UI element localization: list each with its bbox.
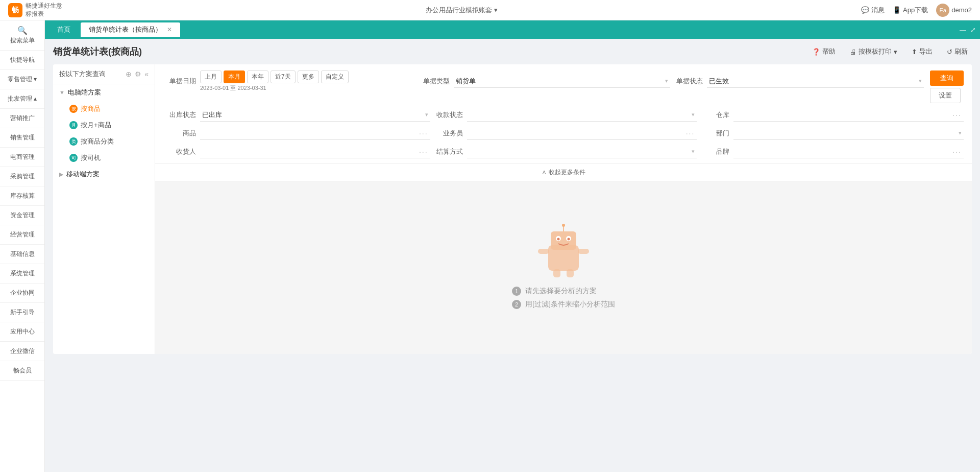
sidebar-item-quicknav[interactable]: 快捷导航 bbox=[0, 51, 44, 70]
product-scheme-icon: 按 bbox=[69, 105, 78, 113]
filter-cell-payment-method: 结算方式 ▾ bbox=[430, 145, 697, 158]
chevron-right-icon: ▶ bbox=[59, 171, 63, 178]
svg-rect-6 bbox=[538, 249, 549, 254]
sidebar-item-purchase[interactable]: 采购管理 bbox=[0, 167, 44, 186]
setting-btn[interactable]: 设置 bbox=[930, 88, 961, 103]
filter-cell-payment-status: 收款状态 ▾ bbox=[430, 108, 697, 122]
payment-method-select[interactable]: ▾ bbox=[467, 145, 697, 158]
date-btn-this-month[interactable]: 本月 bbox=[224, 70, 245, 83]
maximize-icon[interactable]: ⤢ bbox=[970, 26, 976, 34]
sidebar-item-enterprise[interactable]: 企业协同 bbox=[0, 284, 44, 303]
empty-svg bbox=[533, 222, 594, 278]
doc-type-label: 单据类型 bbox=[417, 77, 454, 86]
date-btn-custom[interactable]: 自定义 bbox=[321, 70, 349, 83]
filter-cell-doc-type: 单据类型 销货单 ▾ bbox=[417, 70, 671, 92]
payment-method-chevron: ▾ bbox=[692, 148, 695, 155]
tree-item-by-product[interactable]: 按 按商品 bbox=[53, 101, 155, 117]
tree-item-by-month-product[interactable]: 月 按月+商品 bbox=[53, 117, 155, 133]
warehouse-label: 仓库 bbox=[697, 110, 733, 120]
doc-status-select[interactable]: 已生效 ▾ bbox=[707, 75, 924, 88]
receiver-label: 收货人 bbox=[163, 147, 200, 156]
date-btn-7days[interactable]: 近7天 bbox=[271, 70, 296, 83]
main-section: 按以下方案查询 ⊕ ⚙ « ▼ 电脑端方案 bbox=[53, 64, 972, 354]
minimize-icon[interactable]: — bbox=[960, 26, 966, 34]
date-btn-more[interactable]: 更多 bbox=[298, 70, 319, 83]
sidebar-item-basic[interactable]: 基础信息 bbox=[0, 245, 44, 264]
help-btn[interactable]: ❓ 帮助 bbox=[808, 45, 840, 58]
sidebar-item-wechat[interactable]: 企业微信 bbox=[0, 342, 44, 361]
sidebar-item-newbie[interactable]: 新手引导 bbox=[0, 303, 44, 322]
export-btn[interactable]: ⬆ 导出 bbox=[908, 45, 937, 58]
sidebar-item-retail[interactable]: 零售管理 ▾ bbox=[0, 70, 44, 89]
filter-area: 单据日期 上月 本月 本年 近7天 更多 自定义 bbox=[155, 64, 972, 181]
header-actions: ❓ 帮助 🖨 按模板打印 ▾ ⬆ 导出 ↺ 刷新 bbox=[808, 45, 972, 58]
sidebar-item-marketing[interactable]: 营销推广 bbox=[0, 109, 44, 128]
brand-select[interactable]: ··· bbox=[733, 145, 964, 158]
sidebar-item-ecommerce[interactable]: 电商管理 bbox=[0, 148, 44, 167]
sidebar-item-wholesale[interactable]: 批发管理 ▴ bbox=[0, 89, 44, 109]
date-control: 上月 本月 本年 近7天 更多 自定义 2023-03-01 至 2023-03… bbox=[200, 70, 417, 92]
tree-item-by-sku[interactable]: 司 按司机 bbox=[53, 150, 155, 166]
doc-type-chevron: ▾ bbox=[665, 78, 668, 84]
warehouse-select[interactable]: ··· bbox=[733, 108, 964, 122]
collapse-panel-btn[interactable]: « bbox=[144, 70, 149, 78]
department-select[interactable]: ▾ bbox=[733, 127, 964, 140]
tree-item-desktop[interactable]: ▼ 电脑端方案 bbox=[53, 84, 155, 101]
user-avatar[interactable]: Ea demo2 bbox=[936, 4, 972, 17]
messages-btn[interactable]: 💬 消息 bbox=[861, 6, 885, 15]
right-area: 单据日期 上月 本月 本年 近7天 更多 自定义 bbox=[155, 64, 972, 354]
tab-close-btn[interactable]: ✕ bbox=[167, 26, 172, 33]
sidebar-item-inventory[interactable]: 库存核算 bbox=[0, 186, 44, 206]
date-btn-this-year[interactable]: 本年 bbox=[247, 70, 268, 83]
query-btn[interactable]: 查询 bbox=[930, 70, 964, 86]
sidebar-item-search[interactable]: 🔍 搜索菜单 bbox=[0, 20, 44, 51]
sku-scheme-icon: 司 bbox=[69, 154, 78, 162]
refresh-btn[interactable]: ↺ 刷新 bbox=[943, 45, 972, 58]
sidebar-item-sales[interactable]: 销售管理 bbox=[0, 128, 44, 148]
topbar-left: 畅 畅捷通好生意 标报表 bbox=[8, 2, 62, 18]
product-label: 商品 bbox=[163, 129, 200, 138]
workspace-selector[interactable]: 办公用品行业模拟账套 ▾ bbox=[426, 6, 498, 15]
logo-icon: 畅 bbox=[8, 3, 22, 17]
doc-status-label: 单据状态 bbox=[670, 77, 707, 86]
brand-label: 品牌 bbox=[697, 147, 733, 156]
filter-cell-doc-status: 单据状态 已生效 ▾ bbox=[670, 70, 924, 92]
payment-status-chevron: ▾ bbox=[692, 111, 695, 118]
tree: ▼ 电脑端方案 按 按商品 月 按月+商品 类 bbox=[53, 84, 155, 182]
date-label: 单据日期 bbox=[163, 77, 200, 86]
collapse-bar[interactable]: ∧ 收起更多条件 bbox=[155, 163, 972, 181]
filter-cell-receiver: 收货人 ··· bbox=[163, 145, 430, 158]
tree-item-by-category[interactable]: 类 按商品分类 bbox=[53, 133, 155, 150]
svg-rect-9 bbox=[567, 269, 574, 277]
tree-item-mobile[interactable]: ▶ 移动端方案 bbox=[53, 166, 155, 182]
empty-state: 1 请先选择要分析的方案 2 用[过滤]条件来缩小分析范围 bbox=[512, 181, 615, 354]
add-scheme-btn[interactable]: ⊕ bbox=[126, 70, 132, 78]
sidebar-item-finance[interactable]: 资金管理 bbox=[0, 206, 44, 225]
sidebar-item-appcenter[interactable]: 应用中心 bbox=[0, 322, 44, 342]
product-select[interactable]: ··· bbox=[200, 127, 430, 140]
svg-rect-8 bbox=[553, 269, 560, 277]
sidebar-item-member[interactable]: 畅会员 bbox=[0, 361, 44, 381]
out-status-select[interactable]: 已出库 ▾ bbox=[200, 108, 430, 122]
warehouse-dots: ··· bbox=[952, 111, 962, 119]
salesperson-select[interactable]: ··· bbox=[467, 127, 697, 140]
brand-dots: ··· bbox=[952, 148, 962, 156]
print-btn[interactable]: 🖨 按模板打印 ▾ bbox=[846, 45, 901, 58]
help-icon: ❓ bbox=[812, 48, 820, 56]
export-icon: ⬆ bbox=[912, 48, 917, 56]
doc-type-select[interactable]: 销货单 ▾ bbox=[454, 75, 671, 88]
date-btn-last-month[interactable]: 上月 bbox=[200, 70, 222, 83]
tab-bar: 首页 销货单统计表（按商品） ✕ — ⤢ bbox=[45, 20, 980, 39]
receiver-select[interactable]: ··· bbox=[200, 145, 430, 158]
payment-status-select[interactable]: ▾ bbox=[467, 108, 697, 122]
sidebar-item-operations[interactable]: 经营管理 bbox=[0, 225, 44, 245]
sidebar-item-system[interactable]: 系统管理 bbox=[0, 264, 44, 284]
category-scheme-icon: 类 bbox=[69, 137, 78, 146]
settings-scheme-btn[interactable]: ⚙ bbox=[135, 70, 141, 78]
receiver-dots: ··· bbox=[419, 148, 428, 156]
filter-top-actions: 查询 设置 bbox=[930, 70, 964, 103]
filter-cell-salesperson: 业务员 ··· bbox=[430, 127, 697, 140]
app-download-btn[interactable]: 📱 App下载 bbox=[893, 6, 928, 15]
tab-home[interactable]: 首页 bbox=[49, 22, 79, 37]
tab-stats[interactable]: 销货单统计表（按商品） ✕ bbox=[81, 22, 180, 37]
